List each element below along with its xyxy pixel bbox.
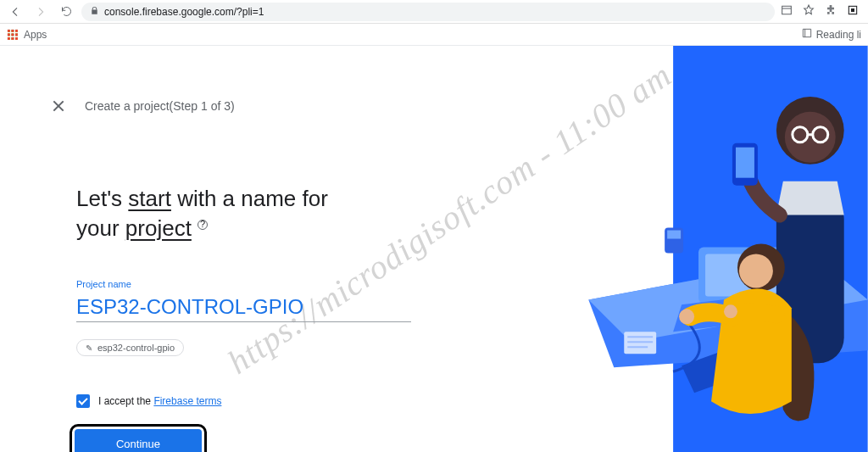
project-id-chip[interactable]: ✎ esp32-control-gpio (76, 339, 184, 356)
close-icon[interactable] (51, 98, 66, 114)
terms-checkbox[interactable] (76, 394, 90, 408)
reload-button[interactable] (56, 2, 76, 22)
illustration (580, 46, 868, 452)
share-icon[interactable] (780, 3, 793, 20)
project-id-text: esp32-control-gpio (97, 343, 175, 353)
reading-list-label[interactable]: Reading li (816, 29, 861, 41)
terms-text: I accept the (98, 395, 153, 407)
apps-label[interactable]: Apps (24, 29, 47, 41)
star-icon[interactable] (802, 3, 815, 20)
continue-button[interactable]: Continue (75, 429, 202, 452)
url-text: console.firebase.google.com/?pli=1 (104, 6, 264, 18)
help-icon[interactable]: ? (198, 220, 208, 230)
project-name-label: Project name (76, 279, 131, 289)
svg-point-25 (739, 254, 773, 287)
step-progress: (Step 1 of 3) (170, 99, 235, 113)
reading-list-icon[interactable] (801, 27, 813, 42)
bookmarks-bar: Apps Reading li (0, 24, 868, 46)
svg-marker-16 (776, 181, 844, 215)
svg-point-27 (724, 304, 737, 318)
terms-row: I accept the Firebase terms (76, 394, 221, 408)
project-name-input[interactable] (76, 292, 411, 322)
apps-icon[interactable] (7, 29, 19, 41)
page-title: Let's start with a name for your project… (76, 184, 328, 243)
svg-rect-11 (667, 231, 681, 239)
svg-rect-23 (736, 148, 754, 178)
lock-icon (90, 6, 99, 18)
back-button[interactable] (5, 2, 25, 22)
firebase-terms-link[interactable]: Firebase terms (153, 395, 221, 407)
svg-rect-1 (851, 8, 854, 12)
chip-extension-icon[interactable] (846, 3, 860, 20)
continue-highlight: Continue (70, 424, 207, 452)
page: https://microdigisoft.com - 11:00 am Cre… (0, 46, 868, 452)
step-title: Create a project (85, 99, 170, 113)
step-header: Create a project(Step 1 of 3) (51, 98, 235, 114)
browser-toolbar: console.firebase.google.com/?pli=1 (0, 0, 868, 24)
forward-button[interactable] (31, 2, 51, 22)
address-bar[interactable]: console.firebase.google.com/?pli=1 (81, 3, 775, 21)
extensions-icon[interactable] (824, 3, 837, 20)
pencil-icon: ✎ (86, 343, 92, 353)
svg-point-26 (679, 309, 694, 324)
